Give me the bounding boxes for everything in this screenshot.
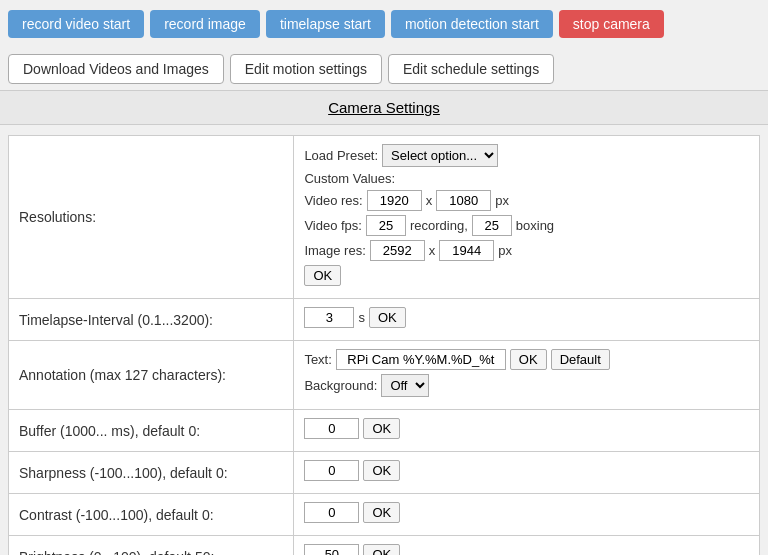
px1-label: px bbox=[495, 193, 509, 208]
px2-label: px bbox=[498, 243, 512, 258]
x2-label: x bbox=[429, 243, 436, 258]
brightness-input[interactable] bbox=[304, 544, 359, 555]
boxing-fps-input[interactable] bbox=[472, 215, 512, 236]
x1-label: x bbox=[426, 193, 433, 208]
table-row: Buffer (1000... ms), default 0: OK bbox=[9, 410, 760, 452]
image-res-h-input[interactable] bbox=[439, 240, 494, 261]
motion-detection-start-button[interactable]: motion detection start bbox=[391, 10, 553, 38]
load-preset-label: Load Preset: bbox=[304, 148, 378, 163]
table-row: Brightness (0...100), default 50: OK bbox=[9, 536, 760, 556]
annotation-bg-select[interactable]: OffOn bbox=[381, 374, 429, 397]
annotation-value-cell: Text: OK Default Background: OffOn bbox=[294, 341, 760, 410]
sharpness-value-cell: OK bbox=[294, 452, 760, 494]
brightness-label: Brightness (0...100), default 50: bbox=[9, 536, 294, 556]
stop-camera-button[interactable]: stop camera bbox=[559, 10, 664, 38]
annotation-bg-label: Background: bbox=[304, 378, 377, 393]
video-fps-input[interactable] bbox=[366, 215, 406, 236]
buffer-label: Buffer (1000... ms), default 0: bbox=[9, 410, 294, 452]
brightness-value-cell: OK bbox=[294, 536, 760, 556]
buffer-value-cell: OK bbox=[294, 410, 760, 452]
contrast-input[interactable] bbox=[304, 502, 359, 523]
custom-values-label: Custom Values: bbox=[304, 171, 395, 186]
table-row: Timelapse-Interval (0.1...3200): s OK bbox=[9, 299, 760, 341]
resolutions-value-cell: Load Preset: Select option... Custom Val… bbox=[294, 136, 760, 299]
table-row: Annotation (max 127 characters): Text: O… bbox=[9, 341, 760, 410]
annotation-text-label: Text: bbox=[304, 352, 331, 367]
video-fps-label: Video fps: bbox=[304, 218, 362, 233]
section-title: Camera Settings bbox=[0, 90, 768, 125]
boxing-label: boxing bbox=[516, 218, 554, 233]
table-row: Resolutions: Load Preset: Select option.… bbox=[9, 136, 760, 299]
edit-schedule-button[interactable]: Edit schedule settings bbox=[388, 54, 554, 84]
record-video-start-button[interactable]: record video start bbox=[8, 10, 144, 38]
recording-label: recording, bbox=[410, 218, 468, 233]
buffer-input[interactable] bbox=[304, 418, 359, 439]
annotation-default-button[interactable]: Default bbox=[551, 349, 610, 370]
image-res-label: Image res: bbox=[304, 243, 365, 258]
buffer-ok-button[interactable]: OK bbox=[363, 418, 400, 439]
secondary-button-bar: Download Videos and Images Edit motion s… bbox=[0, 48, 768, 90]
record-image-button[interactable]: record image bbox=[150, 10, 260, 38]
image-res-w-input[interactable] bbox=[370, 240, 425, 261]
video-res-w-input[interactable] bbox=[367, 190, 422, 211]
contrast-ok-button[interactable]: OK bbox=[363, 502, 400, 523]
timelapse-label: Timelapse-Interval (0.1...3200): bbox=[9, 299, 294, 341]
annotation-text-input[interactable] bbox=[336, 349, 506, 370]
top-button-bar: record video start record image timelaps… bbox=[0, 0, 768, 48]
sharpness-ok-button[interactable]: OK bbox=[363, 460, 400, 481]
timelapse-start-button[interactable]: timelapse start bbox=[266, 10, 385, 38]
download-button[interactable]: Download Videos and Images bbox=[8, 54, 224, 84]
timelapse-value-cell: s OK bbox=[294, 299, 760, 341]
edit-motion-button[interactable]: Edit motion settings bbox=[230, 54, 382, 84]
timelapse-ok-button[interactable]: OK bbox=[369, 307, 406, 328]
annotation-label: Annotation (max 127 characters): bbox=[9, 341, 294, 410]
sharpness-input[interactable] bbox=[304, 460, 359, 481]
resolutions-label: Resolutions: bbox=[9, 136, 294, 299]
table-row: Contrast (-100...100), default 0: OK bbox=[9, 494, 760, 536]
timelapse-value-input[interactable] bbox=[304, 307, 354, 328]
resolutions-ok-button[interactable]: OK bbox=[304, 265, 341, 286]
settings-table: Resolutions: Load Preset: Select option.… bbox=[8, 135, 760, 555]
sharpness-label: Sharpness (-100...100), default 0: bbox=[9, 452, 294, 494]
video-res-label: Video res: bbox=[304, 193, 362, 208]
contrast-value-cell: OK bbox=[294, 494, 760, 536]
timelapse-s-label: s bbox=[358, 310, 365, 325]
table-row: Sharpness (-100...100), default 0: OK bbox=[9, 452, 760, 494]
contrast-label: Contrast (-100...100), default 0: bbox=[9, 494, 294, 536]
video-res-h-input[interactable] bbox=[436, 190, 491, 211]
annotation-ok-button[interactable]: OK bbox=[510, 349, 547, 370]
brightness-ok-button[interactable]: OK bbox=[363, 544, 400, 555]
load-preset-select[interactable]: Select option... bbox=[382, 144, 498, 167]
